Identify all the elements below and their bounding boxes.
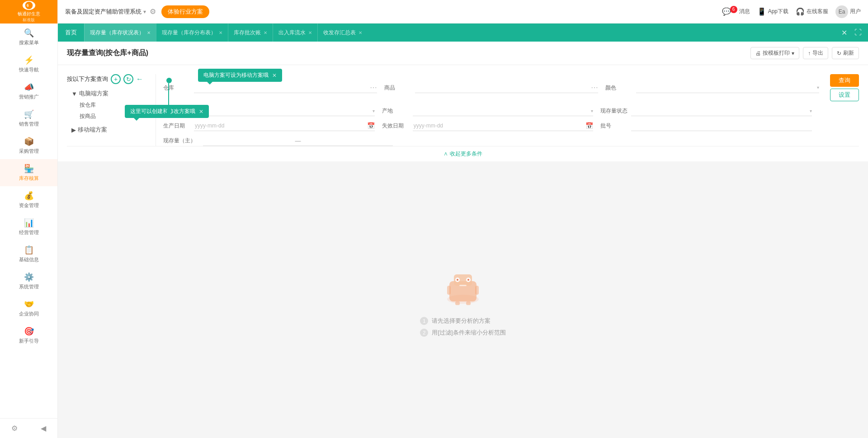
chevron-down-icon: ▼ bbox=[71, 90, 77, 97]
sidebar-item-basic[interactable]: 📋 基础信息 bbox=[0, 240, 57, 268]
svg-rect-9 bbox=[459, 285, 467, 286]
tab-inventory-dist[interactable]: 现存量（库存分布表） ✕ bbox=[156, 24, 228, 42]
sidebar-item-finance[interactable]: 💰 资金管理 bbox=[0, 186, 57, 213]
user-item[interactable]: Ea 用户 bbox=[835, 5, 861, 18]
sales-icon: 🛒 bbox=[24, 109, 34, 119]
production-date-input[interactable] bbox=[194, 121, 367, 131]
filter-add-button[interactable]: + bbox=[111, 74, 121, 84]
warehouse-dots[interactable]: ⋯ bbox=[370, 83, 377, 92]
expiry-date-input[interactable] bbox=[413, 121, 586, 131]
support-item[interactable]: 🎧 在线客服 bbox=[796, 7, 828, 16]
tab-expand-btn[interactable]: ⛶ bbox=[852, 28, 864, 38]
tab-inventory-status-close[interactable]: ✕ bbox=[147, 30, 151, 35]
tab-inout-flow-close[interactable]: ✕ bbox=[308, 30, 312, 35]
stock-main-input-from[interactable] bbox=[203, 136, 293, 146]
empty-tip-1: 1 请先选择要分析的方案 bbox=[420, 317, 505, 325]
system-title: 装备及固定资产辅助管理系统 bbox=[65, 8, 142, 16]
svg-rect-10 bbox=[447, 286, 451, 295]
scheme-pc-header[interactable]: ▼ 电脑端方案 bbox=[69, 88, 148, 99]
sidebar-item-search[interactable]: 🔍 搜索菜单 bbox=[0, 24, 57, 51]
color-dropdown[interactable]: ▾ bbox=[817, 85, 819, 90]
app-download-item[interactable]: 📱 App下载 bbox=[757, 7, 788, 16]
warehouse-input[interactable] bbox=[194, 83, 370, 93]
expiry-date-calendar-icon[interactable]: 📅 bbox=[585, 122, 593, 129]
sidebar-item-marketing[interactable]: 📣 营销推广 bbox=[0, 78, 57, 105]
print-dropdown-icon: ▾ bbox=[792, 50, 794, 57]
sidebar-item-guide[interactable]: 🎯 新手引导 bbox=[0, 322, 57, 349]
tab-inventory-dist-label: 现存量（库存分布表） bbox=[162, 29, 216, 37]
export-button[interactable]: ↑ 导出 bbox=[803, 47, 828, 59]
production-date-label: 生产日期 bbox=[163, 122, 190, 130]
stock-status-dropdown[interactable]: ▾ bbox=[810, 108, 812, 113]
stock-main-input-to[interactable] bbox=[302, 136, 392, 146]
main-area: 装备及固定资产辅助管理系统 ▾ ⚙ 体验行业方案 💬 6 消息 📱 App下载 … bbox=[58, 0, 868, 438]
tip-num-2: 2 bbox=[420, 329, 428, 337]
tab-inout-flow[interactable]: 出入库流水 ✕ bbox=[273, 24, 317, 42]
notification-badge: 6 bbox=[730, 6, 737, 13]
search-button[interactable]: 查询 bbox=[830, 74, 859, 87]
batch-field: 批号 bbox=[600, 121, 812, 131]
content-area: 现存量查询(按仓库+商品) 🖨 按模板打印 ▾ ↑ 导出 ↻ 刷新 bbox=[58, 42, 868, 438]
sidebar-logo: 6 畅通好生意 标准版 bbox=[0, 0, 57, 24]
settings-icon[interactable]: ⚙ bbox=[150, 7, 156, 16]
production-date-calendar-icon[interactable]: 📅 bbox=[367, 122, 375, 129]
goods-dots[interactable]: ⋯ bbox=[591, 83, 598, 92]
export-icon: ↑ bbox=[808, 50, 811, 57]
guide-icon: 🎯 bbox=[24, 326, 34, 336]
sidebar-nav: 🔍 搜索菜单 ⚡ 快速导航 📣 营销推广 🛒 销售管理 📦 采购管理 🏪 库存核… bbox=[0, 24, 57, 418]
stock-main-field: 现存量（主） — bbox=[163, 136, 393, 146]
sidebar-footer: ⚙ ◀ bbox=[0, 418, 57, 438]
scheme-group-mobile: ▶ 移动端方案 bbox=[69, 124, 148, 136]
user-label: 用户 bbox=[850, 8, 861, 15]
print-button[interactable]: 🖨 按模板打印 ▾ bbox=[750, 47, 799, 59]
batch-input[interactable] bbox=[631, 121, 812, 131]
page-header: 现存量查询(按仓库+商品) 🖨 按模板打印 ▾ ↑ 导出 ↻ 刷新 bbox=[58, 42, 868, 65]
refresh-icon: ↻ bbox=[837, 50, 841, 57]
filter-back-button[interactable]: ← bbox=[136, 75, 143, 83]
tab-summary-close[interactable]: ✕ bbox=[359, 30, 362, 35]
tab-batch-account[interactable]: 库存批次账 ✕ bbox=[228, 24, 273, 42]
scheme-pc-label: 电脑端方案 bbox=[79, 89, 108, 98]
system-icon: ⚙️ bbox=[24, 272, 34, 282]
tab-inventory-dist-close[interactable]: ✕ bbox=[219, 30, 222, 35]
tab-close-all-btn[interactable]: ✕ bbox=[839, 28, 850, 38]
tab-home[interactable]: 首页 bbox=[58, 24, 84, 42]
stock-main-label: 现存量（主） bbox=[163, 137, 199, 145]
sidebar-item-inventory[interactable]: 🏪 库存核算 bbox=[0, 159, 57, 186]
scheme-mobile-label: 移动端方案 bbox=[78, 126, 107, 134]
tab-batch-account-close[interactable]: ✕ bbox=[264, 30, 267, 35]
filter-refresh-button[interactable]: ↻ bbox=[123, 74, 133, 84]
sidebar-item-enterprise[interactable]: 🤝 企业协同 bbox=[0, 295, 57, 322]
inventory-icon: 🏪 bbox=[24, 164, 34, 174]
app-download-label: App下载 bbox=[768, 8, 788, 15]
color-label: 颜色 bbox=[605, 84, 632, 92]
tooltip-create-close[interactable]: ✕ bbox=[199, 108, 203, 115]
color-input[interactable] bbox=[636, 83, 817, 93]
tab-inventory-status-label: 现存量（库存状况表） bbox=[90, 29, 144, 37]
settings-footer-btn[interactable]: ⚙ bbox=[9, 422, 19, 434]
notification-item[interactable]: 💬 6 消息 bbox=[722, 7, 750, 16]
production-date-field: 生产日期 📅 bbox=[163, 121, 375, 131]
sidebar-item-purchase[interactable]: 📦 采购管理 bbox=[0, 132, 57, 159]
tooltip-pc-close[interactable]: ✕ bbox=[272, 72, 277, 79]
collapse-footer-btn[interactable]: ◀ bbox=[39, 422, 48, 434]
sidebar-item-system[interactable]: ⚙️ 系统管理 bbox=[0, 268, 57, 295]
goods-input[interactable] bbox=[415, 83, 591, 93]
origin-input[interactable] bbox=[413, 106, 591, 116]
trial-button[interactable]: 体验行业方案 bbox=[161, 5, 209, 18]
tab-inventory-status[interactable]: 现存量（库存状况表） ✕ bbox=[84, 24, 156, 42]
system-dropdown[interactable]: ▾ bbox=[143, 9, 146, 15]
tab-summary[interactable]: 收发存汇总表 ✕ bbox=[317, 24, 368, 42]
size-dropdown[interactable]: ▾ bbox=[373, 108, 375, 113]
sidebar-item-quicknav[interactable]: ⚡ 快速导航 bbox=[0, 51, 57, 78]
origin-dropdown[interactable]: ▾ bbox=[591, 108, 593, 113]
notification-label: 消息 bbox=[739, 8, 750, 15]
scheme-mobile-header[interactable]: ▶ 移动端方案 bbox=[69, 124, 148, 136]
collapse-bar[interactable]: ∧ 收起更多条件 bbox=[67, 146, 859, 161]
sidebar-item-sales[interactable]: 🛒 销售管理 bbox=[0, 105, 57, 132]
sidebar-item-operations[interactable]: 📊 经营管理 bbox=[0, 213, 57, 240]
reset-button[interactable]: 设置 bbox=[830, 89, 859, 101]
refresh-button[interactable]: ↻ 刷新 bbox=[832, 47, 859, 59]
size-input[interactable] bbox=[194, 106, 373, 116]
stock-status-input[interactable] bbox=[631, 106, 810, 116]
